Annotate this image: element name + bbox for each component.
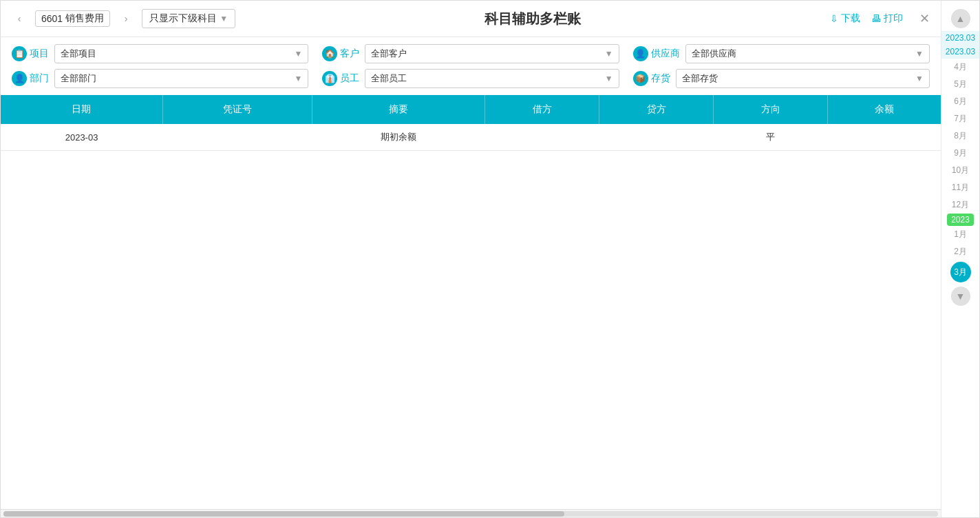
chevron-down-icon: ▼: [294, 74, 302, 83]
table-header-row: 日期 凭证号 摘要 借方 贷方 方向 余额: [1, 95, 941, 124]
ledger-table: 日期 凭证号 摘要 借方 贷方 方向 余额 2023-03期初余额平: [1, 95, 941, 151]
col-credit: 贷方: [599, 95, 714, 124]
cell-debit: [485, 124, 599, 151]
sidebar-month-item[interactable]: 1月: [941, 226, 979, 243]
supplier-label: 👤 供应商: [633, 46, 680, 61]
nav-prev-button[interactable]: ‹: [12, 11, 27, 26]
project-label: 📋 项目: [12, 46, 49, 61]
department-filter-row: 👤 部门 全部部门 ▼: [12, 69, 308, 88]
sidebar-month-item[interactable]: 12月: [941, 196, 979, 214]
print-button[interactable]: 🖶 打印: [871, 12, 903, 25]
sidebar-month-item[interactable]: 10月: [941, 162, 979, 179]
inventory-filter-row: 📦 存货 全部存货 ▼: [633, 69, 930, 88]
print-icon: 🖶: [871, 13, 881, 24]
table-row: 2023-03期初余额平: [1, 124, 941, 151]
scrollbar-thumb[interactable]: [3, 511, 564, 517]
filter-area: 📋 项目 全部项目 ▼ 🏠 客户 全部客户 ▼: [1, 37, 941, 95]
sidebar-month-item[interactable]: 4月: [941, 59, 979, 76]
cell-direction: 平: [714, 124, 828, 151]
cell-summary: 期初余额: [312, 124, 485, 151]
department-label: 👤 部门: [12, 71, 49, 86]
close-button[interactable]: ✕: [919, 11, 930, 26]
nav-next-button[interactable]: ›: [118, 11, 134, 26]
col-direction: 方向: [714, 95, 828, 124]
inventory-label: 📦 存货: [633, 71, 670, 86]
table-container: 日期 凭证号 摘要 借方 贷方 方向 余额 2023-03期初余额平: [1, 95, 941, 512]
col-debit: 借方: [485, 95, 599, 124]
sidebar-month-item[interactable]: 9月: [941, 145, 979, 162]
sidebar-scroll-down-button[interactable]: ▼: [951, 287, 970, 306]
sidebar-month-item[interactable]: 8月: [941, 127, 979, 145]
sub-account-filter-label: 只显示下级科目: [149, 12, 217, 25]
chevron-down-icon: ▼: [294, 49, 302, 59]
customer-label: 🏠 客户: [322, 46, 359, 61]
supplier-filter-row: 👤 供应商 全部供应商 ▼: [633, 44, 930, 63]
page-title: 科目辅助多栏账: [244, 10, 822, 28]
cell-credit: [599, 124, 714, 151]
employee-select[interactable]: 全部员工 ▼: [365, 69, 619, 88]
customer-select[interactable]: 全部客户 ▼: [365, 44, 619, 63]
sidebar-selected-month-1[interactable]: 2023.03: [941, 31, 979, 45]
chevron-down-icon: ▼: [605, 74, 613, 83]
supplier-icon: 👤: [633, 46, 648, 61]
chevron-down-icon: ▼: [915, 74, 924, 83]
sidebar-month-item[interactable]: 5月: [941, 76, 979, 93]
sidebar-month-item[interactable]: 2月: [941, 243, 979, 260]
employee-label: 👔 员工: [322, 71, 359, 86]
department-icon: 👤: [12, 71, 27, 86]
scrollbar-track: [3, 511, 938, 517]
project-icon: 📋: [12, 46, 27, 61]
project-select[interactable]: 全部项目 ▼: [54, 44, 308, 63]
employee-icon: 👔: [322, 71, 337, 86]
header-actions: ⇩ 下载 🖶 打印 ✕: [830, 11, 930, 26]
sidebar-month-item[interactable]: 11月: [941, 179, 979, 196]
inventory-select[interactable]: 全部存货 ▼: [676, 69, 930, 88]
col-balance: 余额: [828, 95, 941, 124]
download-button[interactable]: ⇩ 下载: [830, 12, 860, 25]
chevron-down-icon: ▼: [605, 49, 613, 59]
chevron-down-icon: ▼: [915, 49, 924, 59]
sidebar-selected-month-2[interactable]: 2023.03: [941, 45, 979, 59]
month-sidebar: ▲ 2023.03 2023.03 4月5月6月7月8月9月10月11月12月2…: [941, 1, 979, 517]
account-code: 6601: [41, 13, 63, 24]
customer-filter-row: 🏠 客户 全部客户 ▼: [322, 44, 619, 63]
project-filter-row: 📋 项目 全部项目 ▼: [12, 44, 308, 63]
header: ‹ 6601 销售费用 › 只显示下级科目 ▼ 科目辅助多栏账 ⇩ 下载 🖶 打…: [1, 1, 941, 37]
customer-icon: 🏠: [322, 46, 337, 61]
horizontal-scrollbar[interactable]: [1, 509, 941, 517]
cell-date: 2023-03: [1, 124, 162, 151]
inventory-icon: 📦: [633, 71, 648, 86]
sidebar-month-item[interactable]: 2023: [947, 214, 974, 226]
chevron-down-icon: ▼: [220, 14, 228, 23]
cell-voucher: [162, 124, 312, 151]
account-name: 销售费用: [65, 12, 104, 25]
account-tag: 6601 销售费用: [35, 10, 110, 27]
department-select[interactable]: 全部部门 ▼: [54, 69, 308, 88]
employee-filter-row: 👔 员工 全部员工 ▼: [322, 69, 619, 88]
sidebar-scroll-up-button[interactable]: ▲: [951, 9, 970, 28]
sub-account-filter[interactable]: 只显示下级科目 ▼: [142, 9, 235, 28]
sidebar-month-item[interactable]: 6月: [941, 93, 979, 110]
supplier-select[interactable]: 全部供应商 ▼: [685, 44, 930, 63]
download-icon: ⇩: [830, 13, 838, 24]
col-date: 日期: [1, 95, 162, 124]
cell-balance: [828, 124, 941, 151]
sidebar-month-item[interactable]: 3月: [950, 262, 971, 282]
col-voucher: 凭证号: [162, 95, 312, 124]
sidebar-month-item[interactable]: 7月: [941, 110, 979, 127]
col-summary: 摘要: [312, 95, 485, 124]
